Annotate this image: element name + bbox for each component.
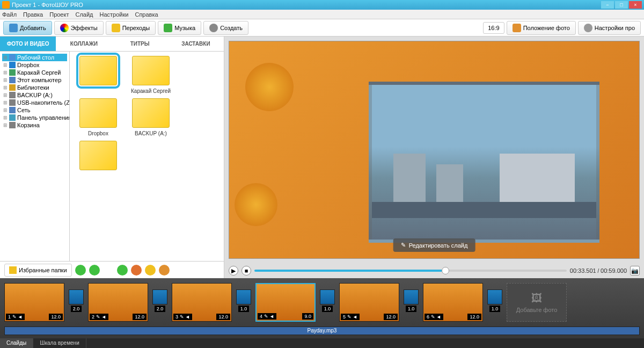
audio-track[interactable]: Payday.mp3 [4, 327, 640, 335]
star-icon [112, 24, 120, 32]
tree-item[interactable]: ⊞BACKUP (A:) [2, 91, 67, 99]
folder-icon [9, 77, 16, 83]
playbar: ▶ ■ 00:33.501 / 00:59.000 📷 [224, 263, 644, 278]
folder-icon [9, 92, 16, 98]
folder-thumb[interactable]: Каракай Сергей [127, 56, 175, 94]
folder-open-icon[interactable] [159, 265, 170, 276]
folder-thumb[interactable]: BACKUP (A:) [127, 98, 175, 136]
menu-slide[interactable]: Слайд [75, 11, 93, 18]
tab-photo-video[interactable]: ФОТО И ВИДЕО [0, 37, 56, 51]
effects-button[interactable]: Эффекты [54, 21, 104, 35]
tree-item[interactable]: ⊞Dropbox [2, 61, 67, 69]
seek-slider[interactable] [254, 270, 567, 272]
thumbnail-grid: Каракай СергейDropboxBACKUP (A:) [70, 52, 224, 261]
image-placeholder-icon: 🖼 [531, 292, 542, 305]
tree-item[interactable]: ⊞Панель управления [2, 114, 67, 121]
tree-item[interactable]: ⊞Библиотеки [2, 84, 67, 91]
transitions-button[interactable]: Переходы [106, 21, 156, 35]
photo-frame [369, 82, 599, 243]
download-icon[interactable] [117, 265, 128, 276]
stop-button[interactable]: ■ [241, 266, 251, 276]
music-button[interactable]: Музыка [158, 21, 201, 35]
add-button[interactable]: Добавить [3, 21, 52, 35]
photo-icon [513, 24, 521, 32]
timeline-slide[interactable]: 6 ✎ ◄12.0 [423, 283, 483, 322]
preview-area: ✎ Редактировать слайд ▶ ■ 00:33.501 / 00… [224, 37, 644, 278]
timeline: 1 ✎ ◄12.02.02 ✎ ◄12.02.03 ✎ ◄12.01.04 ✎ … [0, 278, 644, 338]
back-icon[interactable] [75, 265, 86, 276]
menu-help[interactable]: Справка [135, 11, 158, 18]
snapshot-button[interactable]: 📷 [630, 266, 640, 276]
position-button[interactable]: Положение фото [507, 21, 576, 35]
forward-icon[interactable] [89, 265, 100, 276]
menu-project[interactable]: Проект [49, 11, 69, 18]
tree-item[interactable]: ⊞Корзина [2, 121, 67, 129]
tab-timeline[interactable]: Шкала времени [33, 338, 86, 348]
edit-slide-button[interactable]: ✎ Редактировать слайд [393, 238, 475, 252]
folder-tree[interactable]: ⊞Рабочий стол⊞Dropbox⊞Каракай Сергей⊞Это… [0, 52, 70, 261]
camera-icon [9, 24, 18, 32]
palette-icon [60, 24, 69, 32]
maximize-button[interactable]: □ [615, 1, 628, 9]
folder-icon [9, 62, 16, 68]
folder-thumb[interactable] [74, 141, 122, 172]
titlebar: Проект 1 - ФотоШОУ PRO − □ × [0, 0, 644, 10]
folder-icon [9, 54, 16, 61]
transition[interactable]: 2.0 [151, 289, 169, 315]
menu-settings[interactable]: Настройки [100, 11, 129, 18]
left-footer: Избранные папки [0, 261, 224, 278]
folder-thumb[interactable] [74, 56, 122, 94]
window-title: Проект 1 - ФотоШОУ PRO [12, 2, 83, 8]
app-icon [2, 1, 10, 9]
bottom-tabs: Слайды Шкала времени [0, 338, 644, 348]
transition-icon [69, 289, 84, 305]
tab-intros[interactable]: ЗАСТАВКИ [168, 37, 224, 51]
menu-edit[interactable]: Правка [23, 11, 43, 18]
folder-star-icon [9, 266, 17, 274]
timeline-slide[interactable]: 2 ✎ ◄12.0 [88, 283, 148, 322]
slider-thumb[interactable] [442, 267, 449, 274]
folder-thumb[interactable]: Dropbox [74, 98, 122, 136]
transition[interactable]: 1.0 [235, 289, 252, 315]
music-note-icon [164, 24, 172, 32]
tree-item[interactable]: ⊞USB-накопитель (Z:) [2, 99, 67, 106]
tab-titles[interactable]: ТИТРЫ [112, 37, 168, 51]
tab-collages[interactable]: КОЛЛАЖИ [56, 37, 112, 51]
transition-icon [487, 289, 502, 305]
folder-icon [9, 99, 16, 106]
timeline-slide[interactable]: 3 ✎ ◄12.0 [172, 283, 232, 322]
tab-slides[interactable]: Слайды [0, 338, 33, 348]
favorites-button[interactable]: Избранные папки [4, 264, 72, 277]
transition[interactable]: 2.0 [68, 289, 85, 315]
transition-icon [152, 289, 167, 305]
menubar: Файл Правка Проект Слайд Настройки Справ… [0, 10, 644, 19]
timeline-slide[interactable]: 1 ✎ ◄12.0 [4, 283, 64, 322]
menu-file[interactable]: Файл [2, 11, 17, 18]
add-slide-button[interactable]: 🖼Добавьте фото [507, 283, 567, 322]
timeline-slide[interactable]: 5 ✎ ◄12.0 [339, 283, 399, 322]
gear-icon [584, 24, 592, 32]
tree-item[interactable]: ⊞Каракай Сергей [2, 69, 67, 76]
play-button[interactable]: ▶ [229, 266, 238, 276]
time-display: 00:33.501 / 00:59.000 [570, 267, 627, 274]
transition[interactable]: 1.0 [486, 289, 503, 315]
tree-item[interactable]: ⊞Этот компьютер [2, 76, 67, 84]
timeline-slide[interactable]: 4 ✎ ◄9.0 [255, 283, 316, 322]
create-button[interactable]: Создать [203, 21, 248, 35]
tree-item[interactable]: ⊞Сеть [2, 106, 67, 114]
close-button[interactable]: × [629, 1, 642, 9]
minimize-button[interactable]: − [601, 1, 614, 9]
slide-preview[interactable]: ✎ Редактировать слайд [229, 41, 640, 259]
aspect-ratio-button[interactable]: 16:9 [483, 22, 504, 34]
folder-icon[interactable] [145, 265, 156, 276]
project-settings-button[interactable]: Настройки про [578, 21, 641, 35]
disc-icon [209, 24, 218, 32]
home-icon[interactable] [131, 265, 142, 276]
folder-icon [9, 84, 16, 91]
content-tabs: ФОТО И ВИДЕО КОЛЛАЖИ ТИТРЫ ЗАСТАВКИ [0, 37, 224, 52]
leaf-decoration [235, 183, 277, 226]
transition[interactable]: 1.0 [319, 289, 336, 315]
transition[interactable]: 1.0 [402, 289, 420, 315]
folder-icon [9, 122, 16, 128]
tree-item[interactable]: ⊞Рабочий стол [2, 54, 67, 61]
